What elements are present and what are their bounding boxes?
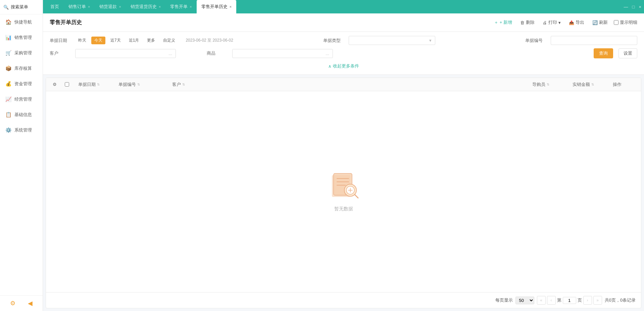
date-btn-7days[interactable]: 近7天 (107, 37, 124, 44)
sidebar-footer: ⚙ ◀ (0, 295, 43, 311)
tab-close-retail-history[interactable]: × (230, 5, 232, 9)
sidebar-label-inventory: 库存核算 (14, 65, 32, 71)
refresh-icon: 🔄 (592, 20, 598, 25)
goods-select[interactable]: ... (232, 49, 333, 58)
goods-ellipsis[interactable]: ... (326, 51, 329, 56)
show-detail-checkbox[interactable]: 显示明细 (614, 19, 637, 25)
tab-label-retail-open: 零售开单 (170, 4, 188, 10)
window-min-btn[interactable]: — (624, 4, 628, 9)
tab-retail-history[interactable]: 零售开单历史× (197, 0, 236, 13)
tab-close-sales-return[interactable]: × (119, 5, 121, 9)
tab-label-home: 首页 (50, 4, 59, 10)
delete-icon: 🗑 (520, 20, 525, 25)
sidebar-item-operations[interactable]: 📈经营管理 (0, 92, 43, 107)
next-page-btn[interactable]: › (583, 296, 592, 305)
query-button[interactable]: 查询 (594, 48, 613, 58)
th-num-sort-icon[interactable]: ⇅ (137, 83, 140, 86)
add-button[interactable]: ＋ + 新增 (492, 18, 514, 27)
print-button[interactable]: 🖨 打印 ▾ (541, 18, 563, 27)
tab-sales-order[interactable]: 销售订单× (64, 0, 95, 13)
sidebar-item-quick-nav[interactable]: 🏠快捷导航 (0, 14, 43, 30)
tab-retail-open[interactable]: 零售开单× (165, 0, 196, 13)
content-area: 零售开单历史 ＋ + 新增 🗑 删除 🖨 打印 ▾ 📤 导出 (43, 13, 644, 311)
date-btn-yesterday[interactable]: 昨天 (75, 37, 89, 44)
th-date-sort-icon[interactable]: ⇅ (97, 83, 100, 86)
date-btn-today[interactable]: 今天 (91, 37, 105, 44)
sidebar-item-sales-mgmt[interactable]: 📊销售管理 (0, 30, 43, 45)
th-actions: 操作 (610, 82, 637, 88)
num-input[interactable] (551, 36, 637, 45)
refresh-label: 刷新 (599, 19, 608, 25)
empty-state: 暂无数据 (46, 91, 641, 292)
sidebar-item-inventory[interactable]: 📦库存核算 (0, 61, 43, 76)
page-nav: « ‹ 第 页 › » (537, 296, 602, 305)
date-label: 单据日期 (50, 38, 70, 44)
empty-text: 暂无数据 (334, 206, 353, 212)
sidebar-settings-icon[interactable]: ⚙ (10, 300, 15, 307)
th-guide-sort-icon[interactable]: ⇅ (547, 83, 549, 86)
delete-button[interactable]: 🗑 删除 (518, 18, 537, 27)
tab-home[interactable]: 首页 (46, 0, 64, 13)
settings-button[interactable]: 设置 (618, 48, 637, 58)
export-label: 导出 (576, 19, 584, 25)
export-button[interactable]: 📤 导出 (567, 18, 586, 27)
page-title: 零售开单历史 (50, 19, 82, 26)
prev-page-btn[interactable]: ‹ (547, 296, 556, 305)
sidebar-item-purchase-mgmt[interactable]: 🛒采购管理 (0, 45, 43, 61)
show-detail-input[interactable] (614, 20, 618, 25)
refresh-button[interactable]: 🔄 刷新 (590, 18, 610, 27)
date-btn-more[interactable]: 更多 (144, 37, 158, 44)
sidebar-item-basic-info[interactable]: 📋基础信息 (0, 107, 43, 122)
sidebar-item-finance[interactable]: 💰资金管理 (0, 76, 43, 92)
date-btn-custom[interactable]: 自定义 (160, 37, 178, 44)
th-customer-sort-icon[interactable]: ⇅ (182, 83, 185, 86)
th-guide-label: 导购员 (532, 82, 545, 88)
tab-close-retail-open[interactable]: × (190, 5, 192, 9)
page-suffix: 页 (578, 297, 582, 303)
collapse-button[interactable]: ∧ 收起更多条件 (328, 62, 359, 70)
tab-close-sales-return-history[interactable]: × (159, 5, 161, 9)
sidebar-item-sys-mgmt[interactable]: ⚙️系统管理 (0, 122, 43, 138)
sidebar-label-quick-nav: 快捷导航 (14, 19, 32, 25)
tab-sales-return-history[interactable]: 销货退货历史× (126, 0, 165, 13)
customer-ellipsis[interactable]: ... (168, 51, 172, 56)
per-page-select[interactable]: 50 100 200 (515, 297, 534, 304)
tab-close-sales-order[interactable]: × (88, 5, 90, 9)
th-customer: 客户 ⇅ (169, 82, 530, 88)
select-all-checkbox[interactable] (65, 82, 69, 87)
first-page-btn[interactable]: « (537, 296, 546, 305)
customer-select[interactable]: ... (75, 49, 176, 58)
table-select-all[interactable] (62, 82, 76, 87)
sidebar-icon-sys-mgmt: ⚙️ (5, 127, 12, 133)
table-header: ⚙ 单据日期 ⇅ 单据编号 ⇅ 客户 ⇅ 导购员 ⇅ (46, 78, 641, 91)
last-page-btn[interactable]: » (593, 296, 602, 305)
add-label: + 新增 (500, 19, 512, 25)
date-btn-1month[interactable]: 近1月 (126, 37, 142, 44)
th-customer-label: 客户 (172, 82, 181, 88)
print-icon: 🖨 (543, 20, 547, 25)
num-label: 单据编号 (525, 38, 545, 44)
per-page-label: 每页显示 (495, 297, 513, 303)
th-amount-sort-icon[interactable]: ⇅ (591, 83, 594, 86)
sidebar-icon-inventory: 📦 (5, 65, 12, 71)
sidebar-icon-quick-nav: 🏠 (5, 19, 12, 25)
page-header: 零售开单历史 ＋ + 新增 🗑 删除 🖨 打印 ▾ 📤 导出 (43, 13, 644, 32)
empty-illustration (327, 172, 360, 202)
page-input[interactable] (563, 297, 576, 304)
tab-sales-return[interactable]: 销货退款× (95, 0, 126, 13)
window-close-btn[interactable]: × (639, 4, 641, 9)
filter-row-2: 客户 ... 商品 ... 查询 设置 (50, 48, 637, 58)
type-label: 单据类型 (323, 38, 343, 44)
sidebar-icon-finance: 💰 (5, 81, 12, 87)
search-icon: 🔍 (3, 5, 9, 10)
sidebar-collapse-icon[interactable]: ◀ (28, 300, 33, 307)
print-label: 打印 (548, 19, 557, 25)
collapse-icon: ∧ (328, 64, 332, 69)
th-guide: 导购员 ⇅ (530, 82, 570, 88)
th-date-label: 单据日期 (78, 82, 96, 88)
th-actions-label: 操作 (613, 82, 622, 88)
window-max-btn[interactable]: □ (632, 4, 635, 9)
sidebar-search[interactable]: 🔍 搜索菜单 (0, 0, 43, 14)
table-settings[interactable]: ⚙ (50, 82, 62, 87)
type-select[interactable]: ▾ (349, 36, 435, 45)
